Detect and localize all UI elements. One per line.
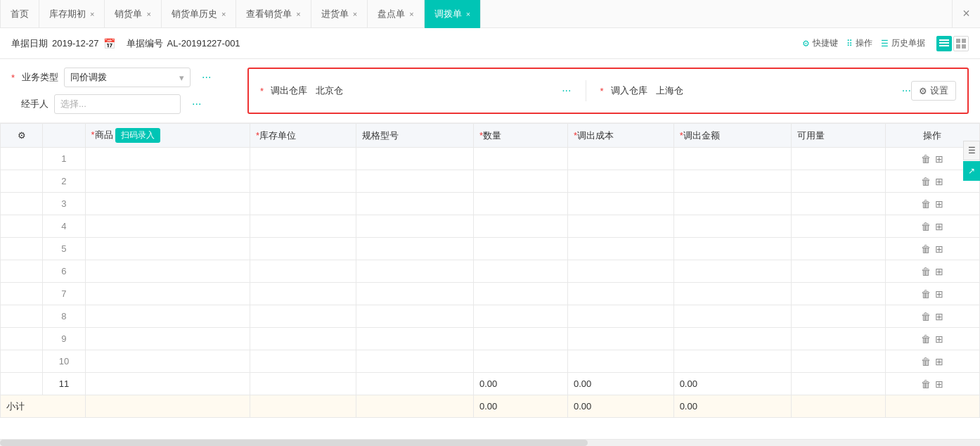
row-cost-4[interactable] bbox=[567, 215, 673, 238]
horizontal-scrollbar[interactable] bbox=[0, 439, 980, 446]
delete-subtotal-button[interactable]: 🗑 bbox=[921, 378, 931, 390]
row-spec-5[interactable] bbox=[356, 238, 473, 260]
row-amount-2[interactable] bbox=[673, 170, 791, 193]
row-cost-9[interactable] bbox=[567, 328, 673, 350]
row-spec-1[interactable] bbox=[356, 148, 473, 170]
settings-button[interactable]: ⚙ 设置 bbox=[911, 81, 956, 101]
row-cost-8[interactable] bbox=[567, 305, 673, 328]
list-view-button[interactable] bbox=[936, 36, 952, 51]
date-value[interactable]: 2019-12-27 bbox=[52, 38, 99, 49]
delete-row-8-button[interactable]: 🗑 bbox=[921, 311, 931, 322]
tab-close-inventory-init[interactable]: × bbox=[90, 10, 94, 18]
tab-sales-history[interactable]: 销货单历史 × bbox=[162, 0, 236, 28]
out-warehouse-more-button[interactable]: ··· bbox=[562, 84, 571, 97]
delete-row-6-button[interactable]: 🗑 bbox=[921, 266, 931, 277]
grid-view-button[interactable] bbox=[953, 36, 969, 51]
right-sidebar-expand-button[interactable]: ↗ bbox=[963, 161, 980, 181]
scan-entry-button[interactable]: 扫码录入 bbox=[115, 128, 160, 143]
row-cost-2[interactable] bbox=[567, 170, 673, 193]
row-unit-7[interactable] bbox=[250, 283, 356, 305]
row-unit-6[interactable] bbox=[250, 260, 356, 283]
row-unit-2[interactable] bbox=[250, 170, 356, 193]
row-amount-10[interactable] bbox=[673, 350, 791, 373]
row-available-3[interactable] bbox=[792, 193, 886, 215]
handler-select[interactable]: 选择... bbox=[54, 94, 181, 114]
tab-inventory-init[interactable]: 库存期初 × bbox=[39, 0, 105, 28]
row-unit-3[interactable] bbox=[250, 193, 356, 215]
tab-close-sales-order[interactable]: × bbox=[146, 10, 150, 18]
row-unit-8[interactable] bbox=[250, 305, 356, 328]
row-qty-6[interactable] bbox=[474, 260, 568, 283]
handler-more-button[interactable]: ··· bbox=[192, 98, 201, 110]
row-available-7[interactable] bbox=[792, 283, 886, 305]
row-amount-4[interactable] bbox=[673, 215, 791, 238]
row-cost-10[interactable] bbox=[567, 350, 673, 373]
scrollbar-thumb[interactable] bbox=[0, 440, 588, 446]
tab-purchase[interactable]: 进货单 × bbox=[311, 0, 368, 28]
row-available-10[interactable] bbox=[792, 350, 886, 373]
row-unit-10[interactable] bbox=[250, 350, 356, 373]
row-qty-1[interactable] bbox=[474, 148, 568, 170]
in-warehouse-more-button[interactable]: ··· bbox=[902, 84, 911, 97]
copy-row-6-button[interactable]: ⊞ bbox=[935, 266, 943, 277]
tab-transfer[interactable]: 调拨单 × bbox=[425, 0, 481, 28]
row-product-3[interactable] bbox=[85, 193, 250, 215]
row-cost-7[interactable] bbox=[567, 283, 673, 305]
delete-row-3-button[interactable]: 🗑 bbox=[921, 198, 931, 210]
row-unit-9[interactable] bbox=[250, 328, 356, 350]
row-qty-3[interactable] bbox=[474, 193, 568, 215]
copy-row-1-button[interactable]: ⊞ bbox=[935, 153, 943, 165]
row-qty-7[interactable] bbox=[474, 283, 568, 305]
row-product-7[interactable] bbox=[85, 283, 250, 305]
copy-row-4-button[interactable]: ⊞ bbox=[935, 221, 943, 232]
business-type-select[interactable]: 同价调拨 ▾ bbox=[64, 68, 191, 87]
row-unit-1[interactable] bbox=[250, 148, 356, 170]
tab-stocktake[interactable]: 盘点单 × bbox=[368, 0, 424, 28]
row-amount-5[interactable] bbox=[673, 238, 791, 260]
row-product-2[interactable] bbox=[85, 170, 250, 193]
row-spec-6[interactable] bbox=[356, 260, 473, 283]
delete-row-2-button[interactable]: 🗑 bbox=[921, 176, 931, 187]
delete-row-4-button[interactable]: 🗑 bbox=[921, 221, 931, 232]
copy-row-3-button[interactable]: ⊞ bbox=[935, 198, 943, 210]
tab-close-stocktake[interactable]: × bbox=[409, 10, 413, 18]
right-sidebar-notes-button[interactable]: ☰ bbox=[963, 141, 980, 160]
row-amount-9[interactable] bbox=[673, 328, 791, 350]
row-available-8[interactable] bbox=[792, 305, 886, 328]
shortcut-button[interactable]: ⚙ 快捷键 bbox=[802, 37, 838, 49]
tab-close-view-sales[interactable]: × bbox=[296, 10, 300, 18]
copy-row-10-button[interactable]: ⊞ bbox=[935, 356, 943, 367]
row-product-8[interactable] bbox=[85, 305, 250, 328]
calendar-icon[interactable]: 📅 bbox=[103, 38, 115, 49]
copy-subtotal-button[interactable]: ⊞ bbox=[935, 378, 943, 390]
th-gear[interactable]: ⚙ bbox=[1, 124, 43, 148]
row-qty-9[interactable] bbox=[474, 328, 568, 350]
row-amount-8[interactable] bbox=[673, 305, 791, 328]
tab-close-sales-history[interactable]: × bbox=[221, 10, 226, 18]
row-unit-5[interactable] bbox=[250, 238, 356, 260]
row-spec-2[interactable] bbox=[356, 170, 473, 193]
row-spec-10[interactable] bbox=[356, 350, 473, 373]
row-cost-5[interactable] bbox=[567, 238, 673, 260]
tab-home[interactable]: 首页 bbox=[0, 0, 39, 28]
row-qty-2[interactable] bbox=[474, 170, 568, 193]
row-amount-6[interactable] bbox=[673, 260, 791, 283]
row-cost-1[interactable] bbox=[567, 148, 673, 170]
row-amount-1[interactable] bbox=[673, 148, 791, 170]
copy-row-5-button[interactable]: ⊞ bbox=[935, 243, 943, 255]
tab-close-transfer[interactable]: × bbox=[466, 10, 470, 18]
row-cost-6[interactable] bbox=[567, 260, 673, 283]
row-qty-8[interactable] bbox=[474, 305, 568, 328]
delete-row-1-button[interactable]: 🗑 bbox=[921, 153, 931, 165]
row-qty-4[interactable] bbox=[474, 215, 568, 238]
row-spec-8[interactable] bbox=[356, 305, 473, 328]
tab-close-purchase[interactable]: × bbox=[353, 10, 357, 18]
copy-row-7-button[interactable]: ⊞ bbox=[935, 288, 943, 300]
row-unit-4[interactable] bbox=[250, 215, 356, 238]
row-spec-9[interactable] bbox=[356, 328, 473, 350]
delete-row-7-button[interactable]: 🗑 bbox=[921, 288, 931, 300]
row-available-5[interactable] bbox=[792, 238, 886, 260]
delete-row-10-button[interactable]: 🗑 bbox=[921, 356, 931, 367]
copy-row-9-button[interactable]: ⊞ bbox=[935, 333, 943, 345]
row-available-2[interactable] bbox=[792, 170, 886, 193]
